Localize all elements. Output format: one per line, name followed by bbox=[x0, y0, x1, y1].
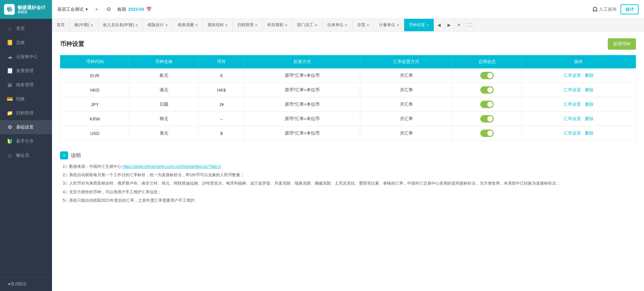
topbar-project[interactable]: 基层工会测试 ▾ bbox=[57, 6, 88, 12]
tab-period-end[interactable]: 期末结转 × bbox=[203, 19, 233, 32]
topbar-right: 🎧 人工咨询 会计 bbox=[592, 4, 639, 14]
cell-rate-method: 月汇率 bbox=[360, 112, 452, 126]
tabs-close-button[interactable]: ✕ bbox=[454, 19, 464, 32]
tab-close-period[interactable]: × bbox=[91, 22, 93, 28]
cell-code: KRW bbox=[60, 112, 129, 126]
sidebar-item-home[interactable]: ⌂首页 bbox=[0, 21, 52, 36]
rate-settings-link[interactable]: 汇率设置 bbox=[564, 87, 581, 92]
tab-dept[interactable]: 部门员工 × bbox=[292, 19, 322, 32]
tab-close-tax[interactable]: × bbox=[195, 22, 198, 28]
rate-settings-link[interactable]: 汇率设置 bbox=[564, 102, 581, 107]
cell-code: USD bbox=[60, 126, 129, 141]
sidebar-item-reports[interactable]: ☁云报表中心 bbox=[0, 50, 52, 64]
tab-tax[interactable]: 税表清册 × bbox=[173, 19, 203, 32]
note-item: 3）人民币对马来西亚林吉特、俄罗斯卢布、南非兰特、韩元、阿联酋迪拉姆、沙特里亚尔… bbox=[63, 180, 636, 187]
tabs-prev-button[interactable]: ◀ bbox=[434, 19, 444, 32]
tab-label-template: 模版设计 bbox=[148, 22, 164, 28]
new-currency-button[interactable]: 新增币种 bbox=[608, 38, 636, 50]
delete-link[interactable]: 删除 bbox=[585, 87, 594, 92]
tabs-next-button[interactable]: ▶ bbox=[444, 19, 454, 32]
tab-unit[interactable]: 计量单位 × bbox=[374, 19, 404, 32]
cell-convert: 原币*汇率=本位币 bbox=[245, 112, 360, 126]
col-header: 币种名称 bbox=[129, 55, 199, 68]
tab-close-currency[interactable]: × bbox=[426, 22, 429, 28]
tabs-maximize-button[interactable]: ⛶ bbox=[464, 19, 474, 32]
tab-close-inventory[interactable]: × bbox=[367, 22, 369, 28]
calendar-icon[interactable]: 📅 bbox=[146, 7, 152, 12]
tab-period[interactable]: 账(中期) × bbox=[70, 19, 98, 32]
nav-label-ledger: 总账 bbox=[16, 40, 25, 46]
delete-link[interactable]: 删除 bbox=[585, 102, 594, 107]
tab-partner[interactable]: 往来单位 × bbox=[323, 19, 353, 32]
delete-link[interactable]: 删除 bbox=[585, 116, 594, 121]
tab-label-unit: 计量单位 bbox=[379, 22, 395, 28]
note-item: 4）无官方牌价的币种，可以用用户手工维护汇率信息； bbox=[63, 189, 636, 195]
toggle-enabled-0[interactable] bbox=[480, 72, 494, 79]
delete-link[interactable]: 删除 bbox=[585, 131, 594, 136]
cell-actions: 汇率设置删除 bbox=[522, 97, 636, 112]
page-title: 币种设置 bbox=[60, 40, 84, 48]
sidebar-item-checkout[interactable]: 💳结账 bbox=[0, 92, 52, 106]
tab-template[interactable]: 模版设计 × bbox=[143, 19, 173, 32]
cell-toggle bbox=[452, 97, 522, 112]
tab-archive[interactable]: 归档管理 × bbox=[233, 19, 263, 32]
cell-actions: 汇率设置删除 bbox=[522, 68, 636, 83]
currency-table: 币种代码币种名称币符折算方式汇率设置方式启用状态操作 EUR欧元€原币*汇率=本… bbox=[60, 55, 636, 141]
toggle-enabled-1[interactable] bbox=[480, 86, 494, 94]
nav-icon-invoice: 🧾 bbox=[7, 68, 13, 74]
sidebar-item-member[interactable]: ◇畅会员 bbox=[0, 148, 52, 162]
toggle-enabled-2[interactable] bbox=[480, 101, 494, 108]
settings-icon[interactable]: ⚙ bbox=[104, 5, 113, 14]
cell-convert: 原币*汇率=本位币 bbox=[245, 68, 360, 83]
cell-actions: 汇率设置删除 bbox=[522, 83, 636, 97]
sidebar-item-tax[interactable]: 🏛税务管理 bbox=[0, 78, 52, 92]
tab-close-period-end[interactable]: × bbox=[225, 22, 228, 28]
tab-close-archive[interactable]: × bbox=[255, 22, 258, 28]
note-item: 2）系统自动获取每月第一个工作日的汇率标价，统一为直接标价法，即1外币可以兑换的… bbox=[63, 172, 636, 178]
sidebar-item-settings[interactable]: ⚙基础设置 bbox=[0, 120, 52, 134]
tab-inventory[interactable]: 存货 × bbox=[353, 19, 374, 32]
table-row: EUR欧元€原币*汇率=本位币月汇率汇率设置删除 bbox=[60, 68, 636, 83]
tab-close-dept[interactable]: × bbox=[315, 22, 317, 28]
table-row: KRW韩元--原币*汇率=本位币月汇率汇率设置删除 bbox=[60, 112, 636, 126]
table-row: JPY日圆J¥原币*汇率=本位币月汇率汇率设置删除 bbox=[60, 97, 636, 112]
cell-toggle bbox=[452, 126, 522, 141]
content-area: 币种设置 新增币种 币种代码币种名称币符折算方式汇率设置方式启用状态操作 EUR… bbox=[52, 32, 644, 291]
tab-currency[interactable]: 币种设置 × bbox=[404, 19, 434, 32]
nav-icon-guide: 🔰 bbox=[7, 138, 13, 144]
sidebar-item-archive[interactable]: 📁归档管理 bbox=[0, 106, 52, 120]
tab-income[interactable]: 收入支出表(年报) × bbox=[98, 19, 143, 32]
tab-label-period: 账(中期) bbox=[74, 22, 89, 28]
cell-actions: 汇率设置删除 bbox=[522, 126, 636, 141]
note-link[interactable]: https://www.chinamoney.com.cn/chinese/bk… bbox=[122, 164, 221, 169]
tab-close-partner[interactable]: × bbox=[345, 22, 347, 28]
tab-home[interactable]: 首页 bbox=[52, 19, 70, 32]
nav-label-invoice: 发票管理 bbox=[16, 68, 34, 74]
rate-settings-link[interactable]: 汇率设置 bbox=[564, 131, 581, 136]
sidebar-item-invoice[interactable]: 🧾发票管理 bbox=[0, 64, 52, 78]
sidebar-footer[interactable]: ◄取消固定 bbox=[0, 277, 52, 291]
cell-symbol: $ bbox=[199, 126, 245, 141]
tab-close-income[interactable]: × bbox=[135, 22, 138, 28]
tab-close-template[interactable]: × bbox=[165, 22, 168, 28]
tab-label-income: 收入支出表(年报) bbox=[103, 22, 134, 28]
table-row: HKD港元HK$原币*汇率=本位币月汇率汇率设置删除 bbox=[60, 83, 636, 97]
rate-settings-link[interactable]: 汇率设置 bbox=[564, 73, 581, 78]
toggle-enabled-4[interactable] bbox=[480, 130, 494, 137]
account-button[interactable]: 会计 bbox=[621, 4, 639, 14]
service-button[interactable]: 🎧 人工咨询 bbox=[592, 6, 616, 12]
toggle-enabled-3[interactable] bbox=[480, 115, 494, 123]
sidebar-item-ledger[interactable]: 📒总账 bbox=[0, 36, 52, 50]
sidebar-item-guide[interactable]: 🔰新手引导 bbox=[0, 134, 52, 148]
topbar: 基层工会测试 ▾ ＋ ⚙ 账期 2023-03 📅 🎧 人工咨询 会计 bbox=[52, 0, 644, 19]
nav-icon-ledger: 📒 bbox=[7, 40, 13, 46]
rate-settings-link[interactable]: 汇率设置 bbox=[564, 116, 581, 121]
cell-rate-method: 月汇率 bbox=[360, 126, 452, 141]
tab-label-period-end: 期末结转 bbox=[208, 22, 224, 28]
tab-close-subject[interactable]: × bbox=[285, 22, 287, 28]
add-tab-icon[interactable]: ＋ bbox=[92, 5, 101, 14]
delete-link[interactable]: 删除 bbox=[585, 73, 594, 78]
nav-label-settings: 基础设置 bbox=[16, 124, 34, 130]
tab-close-unit[interactable]: × bbox=[396, 22, 399, 28]
tab-subject[interactable]: 科目期初 × bbox=[263, 19, 292, 32]
